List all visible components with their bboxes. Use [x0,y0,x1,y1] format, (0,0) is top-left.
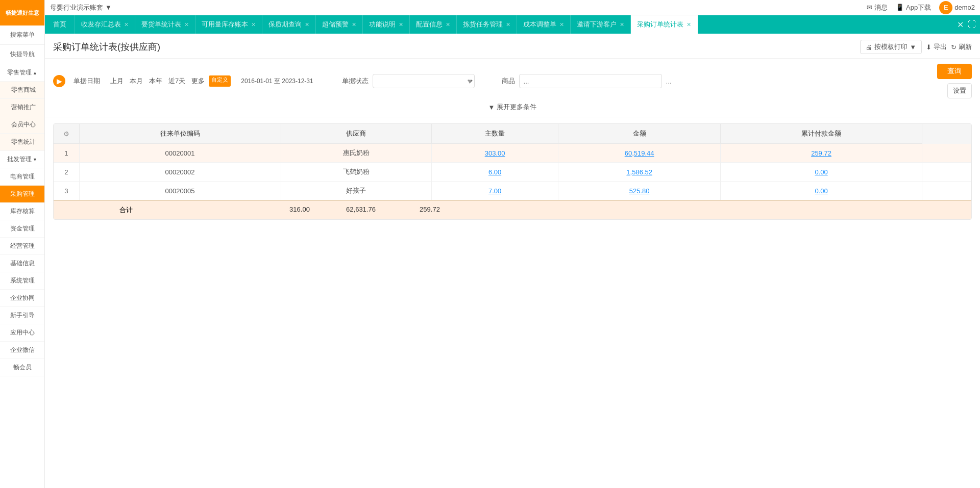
cell-main-qty-2[interactable]: 6.00 [431,163,558,182]
sidebar-item-system[interactable]: 系统管理 [0,272,44,290]
query-button[interactable]: 查询 [937,64,972,79]
cell-unit-code-1: 00020001 [79,144,281,163]
filter-toggle-button[interactable]: ▶ [53,75,65,87]
sidebar-item-purchase-label: 采购管理 [10,190,35,198]
workspace-selector[interactable]: 母婴行业演示账套 ▼ [50,3,112,12]
table-row[interactable]: 3 00020005 好孩子 7.00 525.80 0.00 [54,182,971,200]
tab-warranty-query[interactable]: 保质期查询 ✕ [262,15,316,34]
message-action[interactable]: ✉ 消息 [867,3,888,12]
sidebar-item-basic-label: 基础信息 [10,259,35,268]
sidebar-item-search[interactable]: 搜索菜单 [3,29,42,41]
sidebar-item-retail-shop-label: 零售商城 [11,86,36,94]
sidebar-item-newbie[interactable]: 新手引导 [0,307,44,324]
sidebar-item-wholesale[interactable]: 批发管理 ▼ [0,151,44,168]
footer-amount: 62,631.76 [330,206,391,215]
sidebar-quicknav-area[interactable]: 快捷导航 [0,45,44,64]
tab-pick-task[interactable]: 拣货任务管理 ✕ [457,15,517,34]
settings-button[interactable]: 设置 [947,83,972,98]
goods-filter-group: 商品 ... [502,74,672,88]
tab-invite-downstream[interactable]: 邀请下游客户 ✕ [571,15,631,34]
date-this-year-btn[interactable]: 本年 [147,75,164,87]
sidebar-item-retail[interactable]: 零售管理 ▲ [0,64,44,82]
tab-config-info[interactable]: 配置信息 ✕ [410,15,457,34]
phone-icon: 📱 [896,4,904,11]
template-print-button[interactable]: 🖨 按模板打印 ▼ [860,40,922,54]
refresh-button[interactable]: ↻ 刷新 [951,42,972,52]
date-filter-label: 单据日期 [74,76,100,86]
tab-close-icon[interactable]: ✕ [352,21,356,28]
export-button[interactable]: ⬇ 导出 [926,42,947,52]
tab-requisition-summary[interactable]: 要货单统计表 ✕ [135,15,195,34]
table-row[interactable]: 2 00020002 飞鹤奶粉 6.00 1,586.52 0.00 [54,163,971,182]
cell-amount-1[interactable]: 60,519.44 [558,144,721,163]
app-logo: 畅捷通好生意 [0,0,44,25]
date-last-month-btn[interactable]: 上月 [108,75,126,87]
tab-close-icon[interactable]: ✕ [399,21,403,28]
tab-close-icon[interactable]: ✕ [305,21,309,28]
sidebar-search-area[interactable]: 搜索菜单 [0,25,44,45]
sidebar-item-retail-stats[interactable]: 零售统计 [0,134,44,151]
filter-expand-row: ▼ 展开更多条件 [53,102,972,112]
tab-close-icon[interactable]: ✕ [620,21,624,28]
sidebar-item-inventory[interactable]: 库存核算 [0,203,44,220]
cell-cumulative-paid-1[interactable]: 259.72 [721,144,922,163]
date-more-btn[interactable]: 更多 [189,75,207,87]
sidebar-item-operation[interactable]: 经营管理 [0,238,44,255]
tab-function-desc[interactable]: 功能说明 ✕ [363,15,410,34]
sidebar-item-newbie-label: 新手引导 [10,311,35,320]
app-download-action[interactable]: 📱 App下载 [896,3,931,12]
tab-close-all-icon[interactable]: ✕ [957,20,964,30]
cell-cumulative-paid-2[interactable]: 0.00 [721,163,922,182]
sidebar-item-purchase[interactable]: 采购管理 [0,186,44,203]
status-filter-select[interactable] [373,74,475,88]
gear-settings-icon[interactable]: ⚙ [63,130,69,138]
expand-more-button[interactable]: ▼ 展开更多条件 [488,102,537,112]
date-quick-buttons: 上月 本月 本年 近7天 更多 自定义 [108,75,231,87]
tab-close-icon[interactable]: ✕ [124,21,129,28]
tab-close-active-icon[interactable]: ✕ [687,21,691,28]
tab-purchase-summary[interactable]: 采购订单统计表 ✕ [631,15,698,34]
cell-amount-3[interactable]: 525.80 [558,182,721,200]
tab-fullscreen-icon[interactable]: ⛶ [968,20,976,29]
sidebar-item-finance[interactable]: 资金管理 [0,220,44,238]
table-row[interactable]: 1 00020001 惠氏奶粉 303.00 60,519.44 259.72 [54,144,971,163]
tab-close-icon[interactable]: ✕ [184,21,189,28]
sidebar-item-member2[interactable]: 畅会员 [0,359,44,376]
footer-supplier-empty [167,206,269,215]
th-supplier: 供应商 [281,124,431,144]
more-options-icon: ... [666,78,672,85]
tab-close-icon[interactable]: ✕ [506,21,510,28]
tab-overstock-warning[interactable]: 超储预警 ✕ [316,15,363,34]
user-action[interactable]: E demo2 [939,1,975,14]
sidebar-item-marketing[interactable]: 营销推广 [0,99,44,116]
tab-receive-summary[interactable]: 收发存汇总表 ✕ [75,15,135,34]
sidebar-item-enterprise[interactable]: 企业协同 [0,290,44,307]
cell-main-qty-3[interactable]: 7.00 [431,182,558,200]
sidebar-item-finance-label: 资金管理 [10,224,35,233]
sidebar-item-wholesale-label: 批发管理 [7,155,32,164]
tab-home-label: 首页 [53,20,66,29]
goods-filter-input[interactable] [519,74,662,88]
tab-available-inventory[interactable]: 可用量库存账本 ✕ [195,15,262,34]
sidebar-item-member[interactable]: 会员中心 [0,116,44,134]
cell-supplier-2: 飞鹤奶粉 [281,163,431,182]
tab-cost-adjust[interactable]: 成本调整单 ✕ [517,15,571,34]
cell-amount-2[interactable]: 1,586.52 [558,163,721,182]
tab-close-icon[interactable]: ✕ [446,21,450,28]
date-7days-btn[interactable]: 近7天 [166,75,187,87]
sidebar-item-retail-shop[interactable]: 零售商城 [0,82,44,99]
cell-main-qty-1[interactable]: 303.00 [431,144,558,163]
tab-close-icon[interactable]: ✕ [559,21,564,28]
sidebar-item-app-center[interactable]: 应用中心 [0,324,44,342]
cell-cumulative-paid-3[interactable]: 0.00 [721,182,922,200]
sidebar-item-system-label: 系统管理 [10,276,35,285]
sidebar-item-basic[interactable]: 基础信息 [0,255,44,272]
tab-close-icon[interactable]: ✕ [251,21,256,28]
sidebar-item-ecommerce[interactable]: 电商管理 [0,168,44,186]
date-this-month-btn[interactable]: 本月 [128,75,145,87]
sidebar-item-enterprise-wechat[interactable]: 企业微信 [0,342,44,359]
tab-home[interactable]: 首页 [45,15,75,34]
app-download-label: App下载 [906,3,931,12]
tab-invite-downstream-label: 邀请下游客户 [577,20,617,29]
sidebar-item-quicknav[interactable]: 快捷导航 [3,48,42,61]
